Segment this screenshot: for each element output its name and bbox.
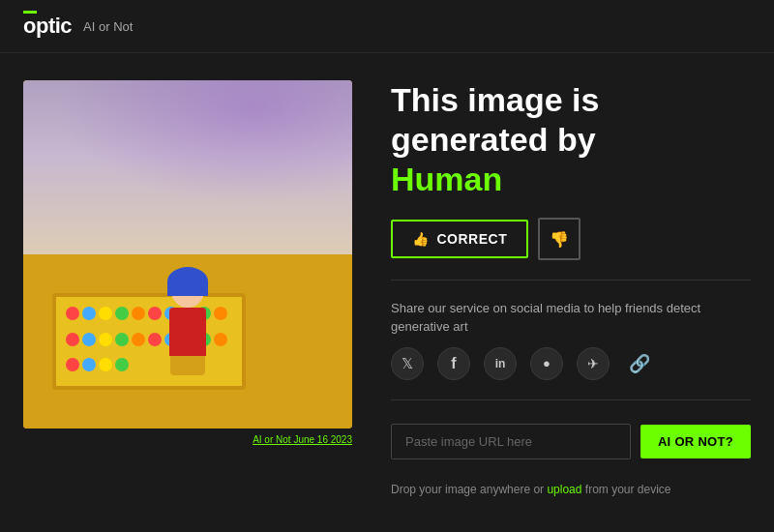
share-description: Share our service on social media to hel… [391,300,751,335]
figure [169,275,206,375]
ball [66,333,79,346]
upload-link[interactable]: upload [547,483,581,496]
ball [132,307,145,320]
share-facebook[interactable]: f [437,347,470,380]
logo: optic AI or Not [23,14,133,39]
ball [82,307,96,320]
thumbs-up-icon: 👍 [412,231,430,247]
image-visual [23,80,352,429]
upload-hint: Drop your image anywhere or upload from … [391,483,751,496]
wrong-button[interactable]: 👎 [538,218,580,260]
share-section: Share our service on social media to hel… [391,300,751,379]
action-buttons: 👍 CORRECT 👎 [391,218,751,260]
share-telegram[interactable]: ✈ [577,347,610,380]
ball [132,333,145,346]
divider-1 [391,280,751,281]
thumbs-down-icon: 👎 [550,230,569,249]
upload-text-suffix: from your device [581,483,670,496]
ball [115,307,129,320]
upload-text-prefix: Drop your image anywhere or [391,483,547,496]
scene-background [23,80,352,272]
ball-pit [52,293,246,390]
header: optic AI or Not [0,0,774,53]
ball [148,333,162,346]
image-section: AI or Not June 16 2023 [23,80,352,496]
share-reddit[interactable]: ● [530,347,563,380]
ball [82,333,96,346]
share-link[interactable]: 🔗 [623,347,656,380]
result-line2: generated by [391,121,596,158]
figure-body [169,308,206,356]
analyze-button[interactable]: AI OR NOT? [640,425,751,458]
ball [99,307,112,320]
analyzed-image [23,80,352,429]
figure-shorts [170,356,205,375]
divider-2 [391,399,751,400]
ball [115,333,129,346]
ball [99,333,112,346]
result-title: This image is generated by Human [391,80,751,198]
ball [99,358,112,371]
ball [82,358,96,371]
logo-text: optic [23,14,72,39]
ball-pit-inside [66,307,232,381]
ball [214,333,227,346]
ball [66,307,79,320]
logo-subtitle: AI or Not [83,19,133,34]
ball [148,307,162,320]
figure-head [171,275,204,308]
main-content: AI or Not June 16 2023 This image is gen… [0,53,774,523]
ball [115,358,129,371]
url-input-section: AI OR NOT? [391,424,751,459]
share-icons-row: 𝕏 f in ● ✈ 🔗 [391,347,751,380]
share-twitter[interactable]: 𝕏 [391,347,424,380]
image-caption[interactable]: AI or Not June 16 2023 [23,434,352,445]
share-linkedin[interactable]: in [484,347,517,380]
result-line1: This image is [391,81,599,118]
correct-label: CORRECT [437,231,508,247]
url-input[interactable] [391,424,631,459]
figure-hair [167,267,208,296]
result-section: This image is generated by Human 👍 CORRE… [391,80,751,496]
correct-button[interactable]: 👍 CORRECT [391,220,528,258]
ball [214,307,227,320]
ball [66,358,79,371]
result-classification: Human [391,161,502,197]
